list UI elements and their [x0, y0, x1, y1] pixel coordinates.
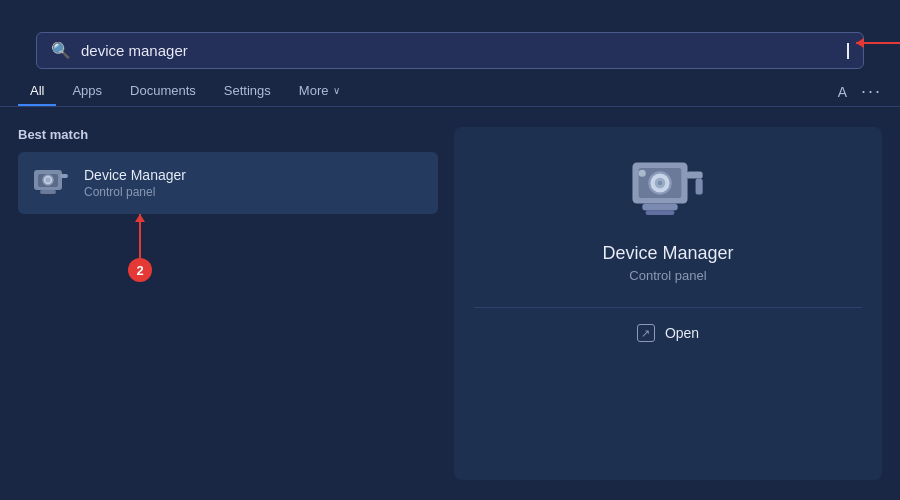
- device-manager-large-icon: [628, 157, 708, 225]
- nav-tabs: All Apps Documents Settings More ∨ A ···: [0, 69, 900, 107]
- search-icon: 🔍: [51, 41, 71, 60]
- nav-right: A ···: [838, 81, 882, 102]
- svg-point-10: [658, 181, 662, 185]
- svg-rect-14: [696, 179, 703, 195]
- tab-more[interactable]: More ∨: [287, 77, 353, 106]
- svg-point-15: [639, 170, 646, 177]
- result-text: Device Manager Control panel: [84, 167, 424, 199]
- result-item[interactable]: Device Manager Control panel: [18, 152, 438, 214]
- section-label: Best match: [18, 127, 438, 142]
- tab-settings[interactable]: Settings: [212, 77, 283, 106]
- result-title: Device Manager: [84, 167, 424, 183]
- right-panel-subtitle: Control panel: [629, 268, 706, 283]
- tab-all[interactable]: All: [18, 77, 56, 106]
- main-content: Best match Device Manager Co: [0, 107, 900, 500]
- chevron-down-icon: ∨: [333, 85, 340, 96]
- search-input-text: device manager: [81, 42, 846, 59]
- svg-rect-11: [642, 203, 678, 210]
- svg-point-3: [46, 178, 51, 183]
- annotation-1: 1: [856, 31, 900, 55]
- svg-rect-5: [60, 174, 68, 178]
- tab-apps[interactable]: Apps: [60, 77, 114, 106]
- right-panel-title: Device Manager: [602, 243, 733, 264]
- open-external-icon: [637, 324, 655, 342]
- search-bar[interactable]: 🔍 device manager: [36, 32, 864, 69]
- svg-rect-4: [40, 190, 56, 194]
- device-manager-icon: [32, 164, 70, 202]
- open-button[interactable]: Open: [637, 324, 699, 342]
- result-subtitle: Control panel: [84, 185, 424, 199]
- open-label: Open: [665, 325, 699, 341]
- annotation-2: 2: [128, 214, 152, 282]
- more-options-button[interactable]: ···: [861, 81, 882, 102]
- divider: [474, 307, 862, 308]
- svg-rect-13: [687, 171, 703, 178]
- search-cursor: [847, 43, 849, 59]
- left-panel: Best match Device Manager Co: [18, 127, 438, 480]
- tab-documents[interactable]: Documents: [118, 77, 208, 106]
- svg-rect-12: [646, 211, 674, 215]
- annotation-2-area: 2: [18, 214, 438, 304]
- font-size-button[interactable]: A: [838, 84, 847, 100]
- annotation-circle-2: 2: [128, 258, 152, 282]
- right-panel: Device Manager Control panel Open: [454, 127, 882, 480]
